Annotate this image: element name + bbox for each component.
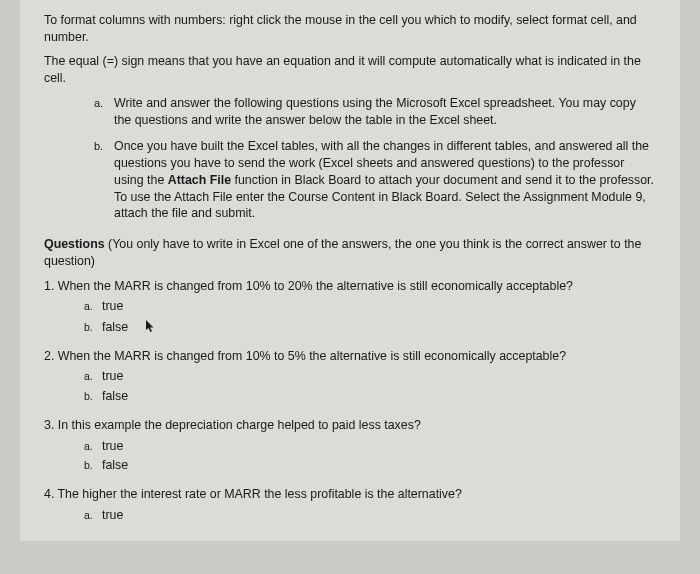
intro-section: To format columns with numbers: right cl… [44, 12, 656, 87]
option-marker: a. [84, 508, 102, 522]
list-marker-b: b. [94, 138, 114, 222]
option-marker: b. [84, 458, 102, 472]
questions-heading: Questions (You only have to write in Exc… [44, 236, 656, 269]
question-1: 1. When the MARR is changed from 10% to … [44, 278, 656, 336]
option-marker: a. [84, 299, 102, 313]
question-3-option-b: b. false [84, 457, 656, 474]
instruction-a-body: Write and answer the following questions… [114, 95, 656, 128]
question-2-option-a: a. true [84, 368, 656, 385]
list-marker-a: a. [94, 95, 114, 128]
instruction-b: b. Once you have built the Excel tables,… [94, 138, 656, 222]
option-value: false [102, 319, 128, 336]
questions-heading-rest: (You only have to write in Excel one of … [44, 237, 641, 268]
intro-paragraph-1: To format columns with numbers: right cl… [44, 12, 656, 45]
mouse-cursor-icon [146, 320, 155, 338]
question-1-text: 1. When the MARR is changed from 10% to … [44, 278, 656, 295]
option-value: true [102, 298, 123, 315]
option-marker: b. [84, 320, 102, 334]
option-value: true [102, 507, 123, 524]
document-page: To format columns with numbers: right cl… [20, 0, 680, 541]
instructions-list: a. Write and answer the following questi… [94, 95, 656, 222]
option-marker: b. [84, 389, 102, 403]
intro-paragraph-2: The equal (=) sign means that you have a… [44, 53, 656, 86]
option-marker: a. [84, 369, 102, 383]
question-1-options: a. true b. false [84, 298, 656, 335]
instruction-b-body: Once you have built the Excel tables, wi… [114, 138, 656, 222]
instruction-a: a. Write and answer the following questi… [94, 95, 656, 128]
option-value: true [102, 438, 123, 455]
question-3-option-a: a. true [84, 438, 656, 455]
question-1-option-b: b. false [84, 318, 656, 336]
question-4-options: a. true [84, 507, 656, 524]
question-3-text: 3. In this example the depreciation char… [44, 417, 656, 434]
option-marker: a. [84, 439, 102, 453]
option-value: false [102, 457, 128, 474]
question-2-option-b: b. false [84, 388, 656, 405]
questions-heading-bold: Questions [44, 237, 105, 251]
question-3: 3. In this example the depreciation char… [44, 417, 656, 474]
question-2: 2. When the MARR is changed from 10% to … [44, 348, 656, 405]
question-4-option-a: a. true [84, 507, 656, 524]
question-2-options: a. true b. false [84, 368, 656, 404]
question-1-option-a: a. true [84, 298, 656, 315]
option-value: false [102, 388, 128, 405]
question-4: 4. The higher the interest rate or MARR … [44, 486, 656, 523]
attach-file-bold: Attach File [168, 173, 231, 187]
question-3-options: a. true b. false [84, 438, 656, 474]
option-value: true [102, 368, 123, 385]
question-4-text: 4. The higher the interest rate or MARR … [44, 486, 656, 503]
question-2-text: 2. When the MARR is changed from 10% to … [44, 348, 656, 365]
